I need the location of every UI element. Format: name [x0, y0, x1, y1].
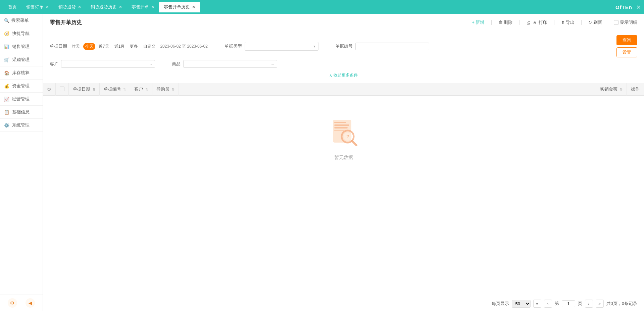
docno-filter-label: 单据编号 — [335, 43, 353, 49]
tab-home-label: 首页 — [8, 4, 17, 10]
sidebar-item-inventory[interactable]: 🏠 库存核算 — [0, 66, 43, 80]
doctype-select[interactable]: ▾ — [245, 42, 318, 51]
docno-filter-group: 单据编号 — [335, 43, 429, 50]
page-header: 零售开单历史 + 新增 🗑 删除 🖨 🖨 打印 ⬆ 导出 ↻ 刷新 显示明细 — [43, 14, 644, 31]
quicknav-icon: 🧭 — [4, 31, 9, 36]
page-title: 零售开单历史 — [50, 19, 82, 26]
date-btn-1month[interactable]: 近1月 — [112, 43, 127, 50]
th-date-label: 单据日期 — [73, 87, 90, 92]
add-button[interactable]: + 新增 — [470, 18, 486, 27]
goods-dots-icon: ··· — [270, 61, 274, 66]
sidebar-search[interactable]: 🔍 搜索采单 — [0, 14, 43, 27]
sidebar-finance-label: 资金管理 — [12, 83, 30, 89]
collapse-icon: ∧ — [329, 73, 332, 78]
sidebar-item-basic[interactable]: 📋 基础信息 — [0, 106, 43, 119]
sidebar-item-purchase[interactable]: 🛒 采购管理 — [0, 53, 43, 66]
tab-retail-order-label: 零售开单 — [132, 4, 149, 10]
refresh-button[interactable]: ↻ 刷新 — [586, 18, 604, 27]
th-customer[interactable]: 客户 ⇅ — [130, 83, 152, 96]
sidebar-search-label: 搜索采单 — [11, 17, 29, 23]
th-guide[interactable]: 导购员 ⇅ — [152, 83, 179, 96]
svg-rect-1 — [334, 122, 346, 123]
tab-sale-return-history[interactable]: 销货退货历史 ✕ — [86, 2, 127, 12]
table-container: ⚙ 单据日期 ⇅ 单据编号 — [43, 83, 644, 296]
table-settings-icon[interactable]: ⚙ — [47, 87, 51, 92]
date-range-display: 2023-06-02 至 2023-06-02 — [160, 44, 207, 49]
prev-page-btn[interactable]: ‹ — [544, 300, 552, 308]
page-size-select[interactable]: 50 10 20 100 — [512, 300, 531, 308]
tab-retail-history[interactable]: 零售开单历史 ✕ — [159, 2, 200, 12]
toolbar-divider-2 — [519, 20, 519, 25]
date-btn-custom[interactable]: 自定义 — [141, 43, 157, 50]
sidebar-item-sales[interactable]: 📊 销售管理 — [0, 40, 43, 53]
th-date[interactable]: 单据日期 ⇅ — [69, 83, 100, 96]
sidebar-item-system[interactable]: ⚙️ 系统管理 — [0, 119, 43, 132]
show-detail-label: 显示明细 — [620, 19, 637, 25]
close-sale-return-history-icon[interactable]: ✕ — [119, 5, 122, 9]
sidebar-collapse-btn[interactable]: ◀ — [26, 298, 35, 308]
sidebar-bottom: ⚙ ◀ — [0, 295, 43, 311]
toolbar-divider-3 — [554, 20, 554, 25]
th-checkbox[interactable] — [56, 83, 69, 96]
pagination-bar: 每页显示 50 10 20 100 « ‹ 第 页 › » 共0页，0条记录 — [43, 296, 644, 311]
page-unit: 页 — [578, 301, 582, 307]
date-btn-7days[interactable]: 近7天 — [97, 43, 111, 50]
th-ops: 操作 — [627, 83, 644, 96]
export-button[interactable]: ⬆ 导出 — [559, 18, 577, 27]
show-detail-container: 显示明细 — [614, 19, 637, 25]
search-icon: 🔍 — [4, 18, 9, 23]
sidebar-item-operations[interactable]: 📈 经营管理 — [0, 93, 43, 106]
empty-icon: ? — [327, 116, 360, 149]
print-button[interactable]: 🖨 🖨 打印 — [524, 18, 549, 27]
topbar-close-btn[interactable]: ✕ — [636, 4, 641, 10]
show-detail-checkbox[interactable] — [614, 20, 618, 25]
date-btn-more[interactable]: 更多 — [128, 43, 140, 50]
th-docno[interactable]: 单据编号 ⇅ — [99, 83, 130, 96]
doctype-select-value — [248, 43, 252, 49]
goods-input[interactable]: ··· — [183, 60, 277, 68]
filter-area: 单据日期 昨天 今天 近7天 近1月 更多 自定义 2023-06-02 至 2… — [43, 31, 644, 83]
tab-sale-return[interactable]: 销货退货 ✕ — [54, 2, 86, 12]
query-button[interactable]: 查询 — [616, 35, 637, 45]
sidebar-settings-btn[interactable]: ⚙ — [8, 298, 17, 308]
tab-home[interactable]: 首页 — [3, 2, 21, 12]
th-ops-label: 操作 — [631, 87, 640, 92]
sidebar-item-finance[interactable]: 💰 资金管理 — [0, 80, 43, 93]
tab-sale-order[interactable]: 销售订单 ✕ — [21, 2, 54, 12]
delete-button[interactable]: 🗑 删除 — [496, 18, 515, 27]
sidebar-item-quicknav[interactable]: 🧭 快捷导航 — [0, 27, 43, 40]
th-amount[interactable]: 实销金额 ⇅ — [596, 83, 627, 96]
svg-line-7 — [352, 141, 356, 145]
close-retail-history-icon[interactable]: ✕ — [192, 5, 195, 9]
page-word: 第 — [555, 301, 559, 307]
date-btn-yesterday[interactable]: 昨天 — [70, 43, 82, 50]
page-number-input[interactable] — [562, 300, 575, 307]
svg-rect-2 — [334, 124, 349, 126]
content-inner: ⚙ 单据日期 ⇅ 单据编号 — [43, 83, 644, 311]
collapse-row: ∧ 收起更多条件 — [50, 70, 637, 80]
first-page-btn[interactable]: « — [533, 300, 541, 308]
tab-sale-return-history-label: 销货退货历史 — [91, 4, 117, 10]
tab-retail-order[interactable]: 零售开单 ✕ — [127, 2, 159, 12]
header-checkbox[interactable] — [60, 87, 64, 91]
svg-rect-4 — [334, 130, 344, 131]
date-btn-today[interactable]: 今天 — [83, 43, 95, 50]
inventory-icon: 🏠 — [4, 70, 9, 75]
next-page-btn[interactable]: › — [585, 300, 593, 308]
settings-button[interactable]: 设置 — [616, 47, 637, 57]
last-page-btn[interactable]: » — [596, 300, 604, 308]
collapse-button[interactable]: ∧ 收起更多条件 — [327, 72, 360, 79]
close-retail-order-icon[interactable]: ✕ — [151, 5, 154, 9]
customer-input[interactable]: ··· — [61, 60, 155, 68]
th-settings[interactable]: ⚙ — [43, 83, 56, 96]
th-customer-label: 客户 — [134, 87, 143, 92]
svg-text:?: ? — [346, 134, 349, 139]
main-content: ⚙ 单据日期 ⇅ 单据编号 — [43, 83, 644, 311]
docno-input[interactable] — [355, 43, 429, 50]
close-sale-order-icon[interactable]: ✕ — [46, 5, 49, 9]
close-sale-return-icon[interactable]: ✕ — [78, 5, 81, 9]
tab-sale-order-label: 销售订单 — [26, 4, 44, 10]
date-filter-group: 单据日期 昨天 今天 近7天 近1月 更多 自定义 2023-06-02 至 2… — [50, 43, 208, 50]
sidebar-settings-icon: ⚙ — [10, 300, 14, 306]
query-btn-group: 查询 设置 — [616, 35, 637, 57]
